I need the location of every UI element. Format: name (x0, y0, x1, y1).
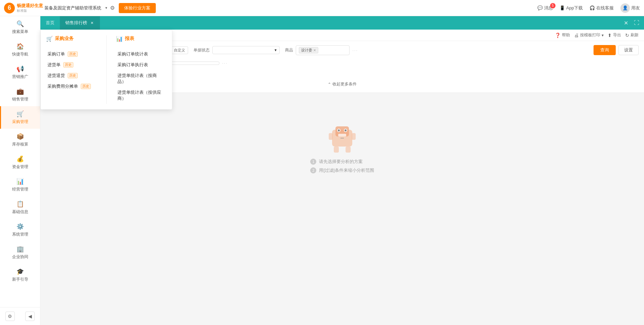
system-title-area: 装备及固定资产辅助管理系统 ▾ ⚙ (44, 5, 115, 11)
tab-sales-rank[interactable]: 销售排行榜 ✕ (60, 16, 100, 30)
tab-close-sales-rank[interactable]: ✕ (89, 20, 95, 26)
inventory-icon: 📦 (16, 133, 24, 140)
sidebar-item-basic[interactable]: 📋 基础信息 (0, 196, 40, 219)
export-btn[interactable]: ⬆ 导出 (608, 32, 621, 38)
finance-icon: 💰 (16, 155, 24, 163)
sidebar-item-quick[interactable]: 🏠 快捷导航 (0, 39, 40, 61)
service-icon: 🎧 (589, 5, 595, 10)
dropdown-report-3-label: 进货单统计表（按供应商） (117, 89, 166, 101)
purchase-dropdown-menu: 🛒 采购业务 采购订单 历史 进货单 历史 进货退货 历史 采购费用分摊单 (40, 30, 172, 110)
export-label: 导出 (613, 32, 621, 38)
help-btn[interactable]: ❓ 帮助 (555, 32, 570, 38)
print-btn[interactable]: 🖨 按模板打印 ▾ (574, 32, 604, 38)
top-header: 6 畅捷通好生意 标准版 装备及固定资产辅助管理系统 ▾ ⚙ 体验行业方案 💬 … (0, 0, 644, 16)
sales-icon: 💼 (16, 88, 24, 95)
dropdown-purchase-inbound[interactable]: 进货单 历史 (46, 59, 97, 70)
search-icon: 🔍 (16, 20, 24, 28)
sidebar-item-sales[interactable]: 💼 销售管理 (0, 84, 40, 106)
svg-rect-7 (329, 133, 333, 140)
dropdown-report-0-label: 采购订单统计表 (117, 51, 148, 57)
svg-rect-8 (352, 133, 356, 140)
goods-more[interactable]: ··· (352, 48, 358, 53)
tab-expand-btn[interactable]: ⛶ (632, 18, 641, 28)
sidebar-item-guide[interactable]: 🎓 新手引导 (0, 264, 40, 286)
app-label: App下载 (566, 5, 583, 11)
history-badge-1: 历史 (63, 62, 73, 68)
sidebar-item-label-guide: 新手引导 (12, 277, 28, 282)
doc-status-dropdown-icon: ▾ (275, 48, 277, 52)
dropdown-report-3[interactable]: 进货单统计表（按供应商） (116, 87, 167, 104)
sidebar-item-operation[interactable]: 📊 经营管理 (0, 174, 40, 196)
marketing-icon: 📢 (16, 65, 24, 73)
empty-num-1: 1 (310, 159, 316, 165)
tab-close-btn[interactable]: ✕ (621, 18, 631, 28)
industry-btn[interactable]: 体验行业方案 (119, 3, 156, 13)
user-btn[interactable]: 👤 用友 (620, 3, 640, 13)
doc-status-input[interactable]: ▾ (212, 46, 280, 54)
content-area: 首页 销售排行榜 ✕ ✕ ⛶ ❓ 帮助 🖨 按模板打印 (40, 16, 644, 325)
sidebar-collapse-btn[interactable]: ◀ (25, 312, 35, 321)
goods-label: 商品 (285, 47, 293, 53)
message-btn[interactable]: 💬 消息 5 (537, 5, 553, 11)
system-settings-icon[interactable]: ⚙ (110, 5, 115, 11)
sidebar: 🔍 搜索菜单 🏠 快捷导航 📢 营销推广 💼 销售管理 🛒 采购管理 📦 库存核… (0, 16, 40, 325)
dropdown-report-1[interactable]: 采购订单执行表 (116, 59, 167, 70)
logo-area: 6 畅捷通好生意 标准版 (4, 3, 44, 13)
help-label: 帮助 (562, 32, 570, 38)
goods-filter: 商品 设计委 ✕ ··· (285, 45, 358, 55)
sidebar-item-label-inventory: 库存核算 (12, 141, 28, 147)
user-label: 用友 (631, 5, 640, 11)
main-layout: 🔍 搜索菜单 🏠 快捷导航 📢 营销推广 💼 销售管理 🛒 采购管理 📦 库存核… (0, 16, 644, 325)
sidebar-item-label-search: 搜索菜单 (12, 29, 28, 35)
empty-hint-2: 2 用[过滤]条件来缩小分析范围 (310, 167, 374, 173)
system-title-text: 装备及固定资产辅助管理系统 (44, 5, 101, 11)
tab-bar-right: ✕ ⛶ (621, 18, 644, 28)
report-section-title: 📊 报表 (116, 35, 167, 45)
dropdown-report-2-label: 进货单统计表（按商品） (117, 73, 166, 85)
dropdown-purchase-expense[interactable]: 采购费用分摊单 历史 (46, 81, 97, 92)
goods-input[interactable]: 设计委 ✕ (296, 45, 350, 55)
salesman-more[interactable]: ··· (222, 60, 228, 66)
tab-home-label: 首页 (46, 20, 55, 26)
refresh-btn[interactable]: ↻ 刷新 (625, 32, 639, 38)
history-badge-3: 历史 (81, 84, 91, 89)
system-icon: ⚙️ (16, 223, 24, 230)
sidebar-item-purchase[interactable]: 🛒 采购管理 (0, 106, 40, 129)
collapse-text: 收起更多条件 (332, 81, 357, 87)
action-buttons: 查询 设置 (594, 45, 639, 55)
message-badge: 5 (550, 3, 556, 8)
sidebar-settings-btn[interactable]: ⚙ (5, 312, 15, 321)
svg-rect-10 (346, 147, 351, 153)
sidebar-item-marketing[interactable]: 📢 营销推广 (0, 61, 40, 84)
sidebar-item-search[interactable]: 🔍 搜索菜单 (0, 16, 40, 39)
sidebar-item-label-sales: 销售管理 (12, 96, 28, 102)
app-download-btn[interactable]: 📱 App下载 (560, 5, 583, 11)
sidebar-item-finance[interactable]: 💰 资金管理 (0, 151, 40, 174)
header-right: 💬 消息 5 📱 App下载 🎧 在线客服 👤 用友 (537, 3, 640, 13)
sidebar-item-corp[interactable]: 🏢 企业协同 (0, 241, 40, 264)
tab-home[interactable]: 首页 (40, 16, 60, 30)
sidebar-item-inventory[interactable]: 📦 库存核算 (0, 129, 40, 151)
svg-point-4 (338, 129, 340, 131)
print-label: 按模板打印 (580, 32, 600, 38)
dropdown-divider (106, 35, 107, 104)
empty-hint-1: 1 请先选择要分析的方案 (310, 159, 363, 165)
dropdown-report-2[interactable]: 进货单统计表（按商品） (116, 70, 167, 87)
dropdown-report-0[interactable]: 采购订单统计表 (116, 49, 167, 59)
purchase-icon: 🛒 (16, 110, 24, 118)
svg-rect-9 (334, 147, 339, 153)
system-title-dropdown[interactable]: ▾ (105, 6, 107, 10)
dropdown-report-1-label: 采购订单执行表 (117, 62, 148, 68)
sidebar-item-label-quick: 快捷导航 (12, 51, 28, 57)
date-custom-btn[interactable]: 自定义 (171, 46, 188, 54)
empty-hint-2-text: 用[过滤]条件来缩小分析范围 (319, 167, 374, 173)
refresh-icon: ↻ (625, 33, 629, 38)
online-service-btn[interactable]: 🎧 在线客服 (589, 5, 614, 11)
export-icon: ⬆ (608, 33, 612, 38)
query-button[interactable]: 查询 (594, 45, 616, 55)
dropdown-purchase-return[interactable]: 进货退货 历史 (46, 70, 97, 81)
goods-tag-close[interactable]: ✕ (313, 48, 316, 52)
sidebar-item-system[interactable]: ⚙️ 系统管理 (0, 219, 40, 241)
settings-button[interactable]: 设置 (618, 45, 639, 55)
dropdown-purchase-order[interactable]: 采购订单 历史 (46, 49, 97, 59)
